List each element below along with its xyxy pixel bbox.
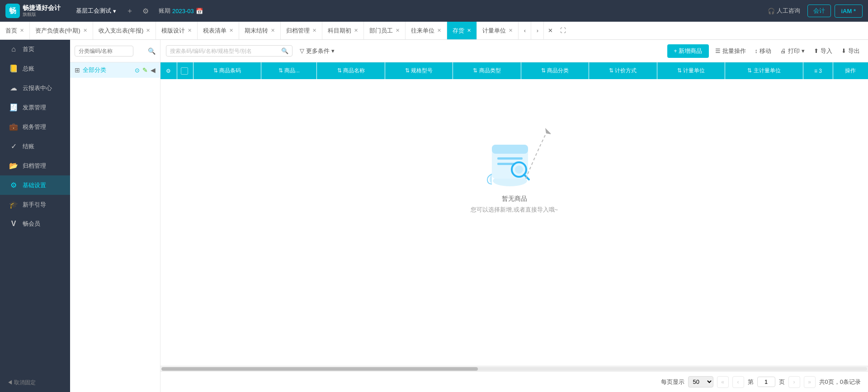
all-categories-item[interactable]: ⊞ 全部分类 ⊙ ✎ ◀ — [70, 62, 160, 78]
th-category[interactable]: ⇅ 商品分类 — [521, 62, 589, 79]
tab-close-inventory[interactable]: ✕ — [467, 28, 471, 33]
sidebar-item-settle[interactable]: ✓ 结账 — [0, 137, 70, 156]
move-icon: ↕ — [755, 47, 758, 54]
tab-period-end[interactable]: 期末结转 ✕ — [239, 22, 281, 40]
th-type[interactable]: ⇅ 商品类型 — [453, 62, 521, 79]
th-name[interactable]: ⇅ 商品名称 — [317, 62, 385, 79]
th-spec[interactable]: ⇅ 规格型号 — [385, 62, 453, 79]
search-icon[interactable]: 🔍 — [281, 47, 288, 54]
dropdown-icon: ▾ — [113, 8, 116, 14]
tab-close-unit[interactable]: ✕ — [509, 28, 513, 33]
move-btn[interactable]: ↕ 移动 — [752, 45, 774, 57]
page-number-input[interactable] — [757, 377, 775, 387]
logo-icon: 畅 — [5, 4, 20, 18]
period-label: 账期 — [159, 7, 170, 15]
th-code[interactable]: ⇅ 商品... — [261, 62, 317, 79]
batch-action-btn[interactable]: ☰ 批量操作 — [712, 45, 749, 57]
home-icon: ⌂ — [9, 45, 18, 53]
filter-btn[interactable]: ▽ 更多条件 ▾ — [296, 45, 338, 57]
tab-close-income[interactable]: ✕ — [146, 28, 150, 33]
tab-prev-btn[interactable]: ‹ — [519, 22, 531, 40]
products-table: ⚙ ⇅ 商品条码 ⇅ — [160, 62, 868, 250]
tab-home[interactable]: 首页 ✕ — [0, 22, 30, 40]
tab-close-all-btn[interactable]: ✕ — [544, 22, 557, 40]
edit-category-btn[interactable]: ✎ — [142, 66, 148, 74]
headset-icon: 🎧 — [768, 8, 775, 14]
print-btn[interactable]: 🖨 打印 ▾ — [778, 45, 807, 57]
sidebar-label-home: 首页 — [23, 45, 34, 53]
last-page-btn[interactable]: » — [804, 376, 816, 388]
tab-maximize-btn[interactable]: ⛶ — [557, 22, 569, 40]
scroll-thumb[interactable] — [161, 367, 478, 371]
tab-close-balance[interactable]: ✕ — [83, 28, 87, 33]
per-page-select[interactable]: 50 10 20 100 — [688, 376, 713, 387]
export-btn[interactable]: ⬇ 导出 — [839, 45, 863, 57]
filter-icon: ▽ — [300, 47, 304, 54]
left-panel: 🔍 ⊞ 全部分类 ⊙ ✎ ◀ — [70, 40, 160, 392]
tab-close-subject[interactable]: ✕ — [354, 28, 358, 33]
first-page-btn[interactable]: « — [717, 376, 729, 388]
horizontal-scrollbar[interactable] — [160, 366, 868, 371]
tab-close-template[interactable]: ✕ — [188, 28, 192, 33]
th-settings[interactable]: ⚙ — [160, 62, 177, 79]
tab-contacts[interactable]: 往来单位 ✕ — [406, 22, 447, 40]
tab-balance[interactable]: 资产负债表(中期) ✕ — [30, 22, 93, 40]
sidebar-item-member[interactable]: V 畅会员 — [0, 214, 70, 233]
th-price-method[interactable]: ⇅ 计价方式 — [589, 62, 657, 79]
main-layout: ⌂ 首页 📒 总账 ☁ 云报表中心 🧾 发票管理 💼 税务管理 ✓ 结账 📂 归… — [0, 40, 868, 392]
th-barcode[interactable]: ⇅ 商品条码 — [193, 62, 261, 79]
tab-archive[interactable]: 归档管理 ✕ — [281, 22, 322, 40]
invoice-icon: 🧾 — [9, 103, 18, 112]
company-selector[interactable]: 基层工会测试 ▾ — [72, 5, 120, 17]
tab-close-tax[interactable]: ✕ — [229, 28, 233, 33]
calendar-icon[interactable]: 📅 — [196, 8, 203, 14]
th-main-unit[interactable]: ⇅ 主计量单位 — [725, 62, 803, 79]
select-all-checkbox[interactable] — [181, 67, 188, 75]
tab-close-dept[interactable]: ✕ — [396, 28, 400, 33]
tab-close-contacts[interactable]: ✕ — [437, 28, 441, 33]
svg-marker-8 — [545, 128, 551, 134]
sidebar-item-invoice[interactable]: 🧾 发票管理 — [0, 98, 70, 117]
sidebar-item-newbie[interactable]: 🎓 新手引导 — [0, 195, 70, 214]
th-col3[interactable]: ≡ 3 — [803, 62, 833, 79]
prev-page-btn[interactable]: ‹ — [732, 376, 744, 388]
chevron-down-icon: ▾ — [331, 47, 335, 54]
collapse-panel-btn[interactable]: ◀ — [151, 66, 156, 74]
tab-dept[interactable]: 部门员工 ✕ — [364, 22, 406, 40]
page-total: 共0页，0条记录 — [819, 378, 861, 386]
empty-desc: 您可以选择新增,或者直接导入哦~ — [471, 206, 558, 214]
tab-close-home[interactable]: ✕ — [20, 28, 24, 33]
next-page-btn[interactable]: › — [788, 376, 800, 388]
sidebar-item-report[interactable]: ☁ 云报表中心 — [0, 78, 70, 98]
logo-text: 畅捷通好会计 — [23, 4, 61, 12]
category-search-icon[interactable]: 🔍 — [148, 47, 156, 55]
sidebar-item-basic[interactable]: ⚙ 基础设置 — [0, 175, 70, 195]
tab-next-btn[interactable]: › — [531, 22, 544, 40]
account-btn[interactable]: 会计 — [807, 5, 831, 17]
tab-inventory[interactable]: 存货 ✕ — [447, 22, 477, 40]
add-product-btn[interactable]: + 新增商品 — [667, 44, 708, 58]
sidebar-label-newbie: 新手引导 — [23, 201, 46, 209]
sidebar: ⌂ 首页 📒 总账 ☁ 云报表中心 🧾 发票管理 💼 税务管理 ✓ 结账 📂 归… — [0, 40, 70, 392]
sidebar-item-ledger[interactable]: 📒 总账 — [0, 59, 70, 78]
per-page-label: 每页显示 — [661, 378, 684, 386]
th-unit[interactable]: ⇅ 计量单位 — [657, 62, 725, 79]
iam-btn[interactable]: iAM * — [835, 5, 863, 18]
sidebar-item-tax[interactable]: 💼 税务管理 — [0, 117, 70, 137]
tab-close-archive[interactable]: ✕ — [312, 28, 316, 33]
tab-tax[interactable]: 税表清单 ✕ — [198, 22, 239, 40]
tab-close-period-end[interactable]: ✕ — [271, 28, 275, 33]
product-search-input[interactable] — [170, 48, 278, 54]
cancel-fixed-btn[interactable]: ◀ 取消固定 — [0, 373, 70, 392]
tab-unit[interactable]: 计量单位 ✕ — [477, 22, 519, 40]
category-search-input[interactable] — [75, 46, 133, 57]
tab-template[interactable]: 模版设计 ✕ — [156, 22, 198, 40]
import-btn[interactable]: ⬆ 导入 — [811, 45, 835, 57]
sidebar-item-archive[interactable]: 📂 归档管理 — [0, 156, 70, 175]
add-tab-btn[interactable]: ＋ — [123, 5, 136, 18]
sidebar-item-home[interactable]: ⌂ 首页 — [0, 40, 70, 59]
tab-income[interactable]: 收入支出表(年报) ✕ — [93, 22, 156, 40]
service-btn[interactable]: 🎧 人工咨询 — [764, 5, 804, 17]
tab-subject[interactable]: 科目期初 ✕ — [322, 22, 364, 40]
settings-icon[interactable]: ⚙ — [140, 5, 151, 17]
